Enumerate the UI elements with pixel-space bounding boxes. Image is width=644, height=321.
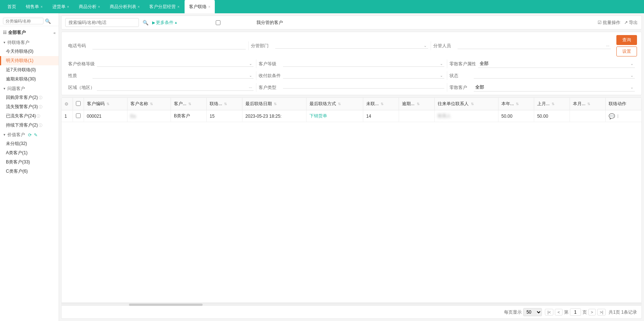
- col-last-date-label: 最后联络日期: [245, 101, 272, 106]
- col-contacts-label: 联络...: [210, 101, 222, 106]
- sort-overdue-icon[interactable]: ⇅: [417, 102, 420, 106]
- info-icon-0[interactable]: ⓘ: [39, 95, 42, 100]
- filter-price-select[interactable]: ⌄: [97, 61, 253, 67]
- nav-home[interactable]: 首页: [3, 0, 21, 13]
- sidebar-search-input[interactable]: [3, 18, 43, 24]
- filter-type-select[interactable]: [283, 87, 444, 89]
- filter-dept-select[interactable]: ⌄: [275, 43, 428, 49]
- nav-product-analysis[interactable]: 商品分析 ×: [74, 0, 105, 13]
- row-checkbox[interactable]: [76, 113, 81, 118]
- last-page-btn[interactable]: >|: [597, 309, 606, 315]
- filter-dept: 分管部门 ⌄: [249, 43, 431, 49]
- nav-product-analysis-close[interactable]: ×: [98, 5, 100, 9]
- sidebar-item-declining[interactable]: 持续下滑客户(2) ⓘ: [0, 121, 59, 130]
- table-settings-icon[interactable]: ⚙: [64, 101, 69, 107]
- nav-product-list-close[interactable]: ×: [138, 5, 140, 9]
- sort-last-method-icon[interactable]: ⇅: [338, 102, 341, 106]
- filter-payment-select[interactable]: ⌄: [283, 73, 444, 79]
- nav-customer-tier-close[interactable]: ×: [177, 5, 179, 9]
- search-submit-icon[interactable]: 🔍: [143, 20, 148, 25]
- col-last-method-label: 最后联络方式: [309, 101, 336, 106]
- sort-last-date-icon[interactable]: ⇅: [274, 102, 277, 106]
- sort-pending-icon[interactable]: ⇅: [381, 102, 384, 106]
- sort-last-month-icon[interactable]: ⇅: [552, 102, 554, 106]
- table-container: ⚙ 客户编码 ⇅ 客户名称 ⇅: [61, 97, 642, 303]
- col-action: 联络动作: [606, 98, 641, 110]
- page-number-input[interactable]: [570, 308, 581, 316]
- next-page-btn[interactable]: >: [588, 309, 596, 315]
- query-button[interactable]: 查询: [616, 35, 637, 45]
- filter-region-select[interactable]: ···: [97, 84, 253, 91]
- nav-product-analysis-list[interactable]: 商品分析列表 ×: [105, 0, 144, 13]
- first-page-btn[interactable]: |<: [545, 309, 553, 315]
- sidebar-item-overdue-pending[interactable]: 逾期未联络(30): [0, 75, 59, 84]
- nav-purchase-close[interactable]: ×: [67, 5, 69, 9]
- nav-sales-order-close[interactable]: ×: [41, 5, 43, 9]
- sidebar-item-today-pending[interactable]: 今天待联络(0): [0, 47, 59, 56]
- sidebar-item-repurchase-abnormal[interactable]: 回购异常客户(2) ⓘ: [0, 93, 59, 102]
- sort-year-icon[interactable]: ⇅: [516, 102, 519, 106]
- nav-customer-contact[interactable]: 客户联络 ×: [185, 0, 215, 13]
- sort-code-icon[interactable]: ⇅: [106, 102, 109, 106]
- right-actions: ☑ 批量操作 ↗ 导出: [598, 20, 638, 26]
- nav-purchase-order[interactable]: 进货单 ×: [48, 0, 74, 13]
- page-size-select[interactable]: 50 100 200: [523, 308, 542, 316]
- sidebar-all-customers[interactable]: ☷ 全部客户 «: [0, 28, 59, 38]
- sidebar-item-7day-pending[interactable]: 近7天待联络(0): [0, 65, 59, 75]
- col-last-date: 最后联络日期 ⇅: [242, 98, 307, 110]
- company-contact-text: 联系人: [438, 113, 451, 118]
- filter-status-select[interactable]: ⌄: [474, 73, 635, 79]
- sort-contacts-icon[interactable]: ⇅: [224, 102, 227, 106]
- settings-button[interactable]: 设置: [616, 46, 637, 56]
- sidebar-item-class-b[interactable]: B类客户(33): [0, 158, 59, 167]
- sidebar-search-icon[interactable]: 🔍: [45, 18, 51, 24]
- nav-customer-contact-close[interactable]: ×: [208, 5, 210, 9]
- nav-sales-order[interactable]: 销售单 ×: [21, 0, 47, 13]
- customer-name-text: Ea: [130, 114, 136, 119]
- more-conditions-btn[interactable]: ▶ 更多条件 ▲: [152, 20, 178, 26]
- filter-retail-attr-select[interactable]: 全部 ⌄: [478, 60, 635, 68]
- export-btn[interactable]: ↗ 导出: [624, 20, 638, 26]
- sort-company-contact-icon[interactable]: ⇅: [471, 102, 474, 106]
- sidebar-item-churn-warning[interactable]: 流失预警客户(3) ⓘ: [0, 102, 59, 111]
- sort-type-icon[interactable]: ⇅: [188, 102, 191, 106]
- filter-phone-input[interactable]: [92, 42, 246, 49]
- last-method-link[interactable]: 下销货单: [309, 113, 327, 118]
- col-last-method: 最后联络方式 ⇅: [306, 98, 363, 110]
- col-this-month: 本月... ⇅: [570, 98, 605, 110]
- action-grid-icon[interactable]: ⁝: [617, 113, 619, 119]
- select-all-checkbox[interactable]: [76, 101, 81, 106]
- filter-gender: 性质 ⌄: [66, 73, 256, 79]
- filter-level-select[interactable]: ⌄: [283, 61, 444, 67]
- scrollbar-thumb[interactable]: [129, 304, 203, 306]
- info-icon-1[interactable]: ⓘ: [39, 104, 42, 110]
- value-refresh-icon[interactable]: ⟳: [28, 132, 32, 138]
- filter-gender-select[interactable]: ⌄: [92, 73, 253, 79]
- sidebar-item-class-c[interactable]: C类客户(6): [0, 167, 59, 176]
- sidebar-collapse-icon[interactable]: «: [53, 31, 56, 35]
- sidebar-item-churned[interactable]: 已流失客户(24) ⓘ: [0, 111, 59, 121]
- info-icon-3[interactable]: ⓘ: [39, 123, 42, 128]
- sidebar-item-tomorrow-pending[interactable]: 明天待联络(1): [0, 56, 59, 65]
- bulk-op-btn[interactable]: ☑ 批量操作: [598, 20, 620, 26]
- problem-triangle-icon: ▼: [3, 87, 6, 90]
- my-customers-checkbox[interactable]: [181, 20, 255, 25]
- my-customers-checkbox-label[interactable]: 我分管的客户: [181, 20, 283, 26]
- action-chat-icon[interactable]: 💬: [609, 113, 615, 119]
- col-type: 客户... ⇅: [171, 98, 206, 110]
- region-dots-icon[interactable]: ···: [249, 85, 252, 90]
- sidebar-item-ungrouped[interactable]: 未分组(32): [0, 139, 59, 148]
- value-edit-icon[interactable]: ✎: [34, 132, 38, 138]
- nav-customer-tier[interactable]: 客户分层经营 ×: [145, 0, 184, 13]
- prev-page-btn[interactable]: <: [555, 309, 562, 315]
- horizontal-scrollbar[interactable]: [61, 303, 642, 306]
- payment-arrow-icon: ⌄: [440, 73, 443, 77]
- sort-this-month-icon[interactable]: ⇅: [587, 102, 590, 106]
- filter-person-select[interactable]: ···: [458, 43, 611, 49]
- info-icon-2[interactable]: ⓘ: [36, 114, 40, 119]
- filter-retail-customer-select[interactable]: 全部 ⌄: [474, 83, 635, 92]
- search-input[interactable]: [65, 18, 139, 27]
- sidebar-item-class-a[interactable]: A类客户(1): [0, 148, 59, 158]
- sort-name-icon[interactable]: ⇅: [150, 102, 153, 106]
- person-dots-icon[interactable]: ···: [606, 44, 609, 48]
